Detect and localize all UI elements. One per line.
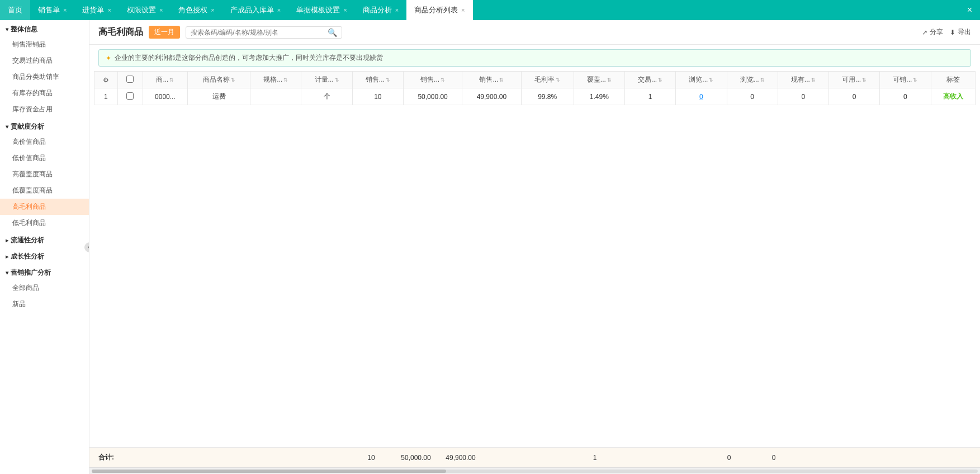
sort-icon-15: ⇅ <box>862 77 867 83</box>
table-row: 10000...运费个1050,000.0049,900.0099.8%1.49… <box>94 88 976 105</box>
col-header-12[interactable]: 浏览...⇅ <box>676 72 727 88</box>
col-header-5[interactable]: 计量...⇅ <box>301 72 352 88</box>
sidebar-item-0-0[interactable]: 销售滞销品 <box>0 36 89 53</box>
row-sales3: 49,900.00 <box>462 88 521 105</box>
footer-cell-13: 0 <box>707 454 751 462</box>
nav-item-8[interactable]: 商品分析列表 × <box>406 0 472 20</box>
col-header-15[interactable]: 可用...⇅ <box>829 72 880 88</box>
sidebar-section-0[interactable]: ▾整体信息 <box>0 20 89 36</box>
section-label-3: 成长性分析 <box>11 252 44 261</box>
sidebar-item-4-0[interactable]: 全部商品 <box>0 280 89 296</box>
sidebar-item-4-1[interactable]: 新品 <box>0 296 89 312</box>
col-label-6: 销售... <box>366 75 385 85</box>
select-all-checkbox[interactable] <box>126 76 134 83</box>
nav-item-6[interactable]: 单据模板设置 × <box>288 0 354 20</box>
nav-close-7[interactable]: × <box>395 7 399 13</box>
sort-icon-8: ⇅ <box>499 77 504 83</box>
section-label-2: 流通性分析 <box>11 236 44 245</box>
share-icon: ↗ <box>922 29 927 36</box>
col-label-8: 销售... <box>479 75 498 85</box>
nav-close-4[interactable]: × <box>211 7 214 13</box>
nav-item-1[interactable]: 销售单 × <box>30 0 74 20</box>
footer-cells: 1050,000.0049,900.00100 <box>125 454 971 462</box>
section-arrow-3: ▸ <box>6 254 8 260</box>
col-header-17: 标签 <box>931 72 976 88</box>
col-header-4[interactable]: 规格...⇅ <box>250 72 301 88</box>
col-label-14: 现有... <box>791 75 810 85</box>
nav-item-7[interactable]: 商品分析 × <box>355 0 406 20</box>
sidebar-section-1[interactable]: ▾贡献度分析 <box>0 118 89 134</box>
row-transactions: 1 <box>625 88 676 105</box>
col-label-16: 可销... <box>893 75 912 85</box>
sidebar-item-1-3[interactable]: 低覆盖度商品 <box>0 182 89 199</box>
sort-icon-7: ⇅ <box>441 77 445 83</box>
sidebar-item-0-4[interactable]: 库存资金占用 <box>0 101 89 118</box>
col-header-9[interactable]: 毛利率⇅ <box>521 72 574 88</box>
col-header-10[interactable]: 覆盖...⇅ <box>574 72 624 88</box>
row-sellable: 0 <box>880 88 931 105</box>
sort-icon-10: ⇅ <box>607 77 612 83</box>
sidebar-item-0-1[interactable]: 交易过的商品 <box>0 53 89 69</box>
sidebar: « ▾整体信息销售滞销品交易过的商品商品分类助销率有库存的商品库存资金占用▾贡献… <box>0 20 89 474</box>
nav-close-8[interactable]: × <box>461 7 465 13</box>
sidebar-item-1-5[interactable]: 低毛利商品 <box>0 215 89 231</box>
col-header-2[interactable]: 商...⇅ <box>143 72 187 88</box>
top-nav: 首页销售单 ×进货单 ×权限设置 ×角色授权 ×产成品入库单 ×单据模板设置 ×… <box>0 0 980 20</box>
col-label-0: ⚙ <box>103 76 109 84</box>
sidebar-item-1-2[interactable]: 高覆盖度商品 <box>0 166 89 182</box>
row-spec <box>250 88 301 105</box>
col-header-11[interactable]: 交易...⇅ <box>625 72 676 88</box>
row-num: 1 <box>94 88 118 105</box>
sidebar-section-3[interactable]: ▸成长性分析 <box>0 247 89 264</box>
sidebar-section-2[interactable]: ▸流通性分析 <box>0 231 89 247</box>
nav-close-6[interactable]: × <box>343 7 347 13</box>
footer-cell-5: 10 <box>349 454 394 462</box>
search-box: 🔍 <box>186 26 342 39</box>
sort-icon-6: ⇅ <box>386 77 390 83</box>
filter-period-button[interactable]: 近一月 <box>149 26 180 39</box>
info-banner: ✦ 企业的主要的利润都是这部分商品创造的，可考虑加大推广，同时关注库存是不要出现… <box>98 49 971 67</box>
sidebar-section-4[interactable]: ▾营销推广分析 <box>0 264 89 280</box>
nav-close-1[interactable]: × <box>63 7 67 13</box>
header-actions: ↗ 分享 ⬇ 导出 <box>922 27 971 37</box>
nav-item-2[interactable]: 进货单 × <box>74 0 119 20</box>
footer-cell-6: 50,000.00 <box>394 454 438 462</box>
row-code: 0000... <box>143 88 187 105</box>
export-button[interactable]: ⬇ 导出 <box>950 27 971 37</box>
nav-item-0[interactable]: 首页 <box>0 0 30 20</box>
sort-icon-14: ⇅ <box>811 77 816 83</box>
share-button[interactable]: ↗ 分享 <box>922 27 943 37</box>
col-header-7[interactable]: 销售...⇅ <box>403 72 462 88</box>
nav-item-5[interactable]: 产成品入库单 × <box>222 0 288 20</box>
col-header-16[interactable]: 可销...⇅ <box>880 72 931 88</box>
search-input[interactable] <box>191 29 328 36</box>
col-header-8[interactable]: 销售...⇅ <box>462 72 521 88</box>
col-label-13: 浏览... <box>740 75 759 85</box>
search-icon[interactable]: 🔍 <box>328 28 337 37</box>
section-arrow-1: ▾ <box>6 124 8 130</box>
footer-total-label: 合计: <box>98 453 114 462</box>
col-header-3[interactable]: 商品名称⇅ <box>188 72 250 88</box>
col-header-13[interactable]: 浏览...⇅ <box>727 72 778 88</box>
sort-icon-13: ⇅ <box>760 77 765 83</box>
nav-close-2[interactable]: × <box>107 7 111 13</box>
sidebar-item-0-2[interactable]: 商品分类助销率 <box>0 69 89 85</box>
content-header: 高毛利商品 近一月 🔍 ↗ 分享 ⬇ 导出 <box>89 20 980 45</box>
row-unit: 个 <box>301 88 352 105</box>
close-all-button[interactable]: × <box>959 5 980 15</box>
sidebar-item-1-0[interactable]: 高价值商品 <box>0 134 89 150</box>
nav-close-3[interactable]: × <box>159 7 163 13</box>
table-wrapper: ⚙商...⇅商品名称⇅规格...⇅计量...⇅销售...⇅销售...⇅销售...… <box>89 71 980 447</box>
scroll-track <box>92 470 978 473</box>
row-current: 0 <box>778 88 828 105</box>
sidebar-item-0-3[interactable]: 有库存的商品 <box>0 85 89 101</box>
nav-close-5[interactable]: × <box>277 7 281 13</box>
sidebar-item-1-1[interactable]: 低价值商品 <box>0 150 89 166</box>
scroll-thumb <box>92 470 446 473</box>
horizontal-scrollbar[interactable] <box>89 467 980 474</box>
col-header-14[interactable]: 现有...⇅ <box>778 72 828 88</box>
sidebar-item-1-4[interactable]: 高毛利商品 <box>0 199 89 215</box>
nav-item-4[interactable]: 角色授权 × <box>171 0 222 20</box>
nav-item-3[interactable]: 权限设置 × <box>119 0 171 20</box>
col-header-6[interactable]: 销售...⇅ <box>352 72 403 88</box>
